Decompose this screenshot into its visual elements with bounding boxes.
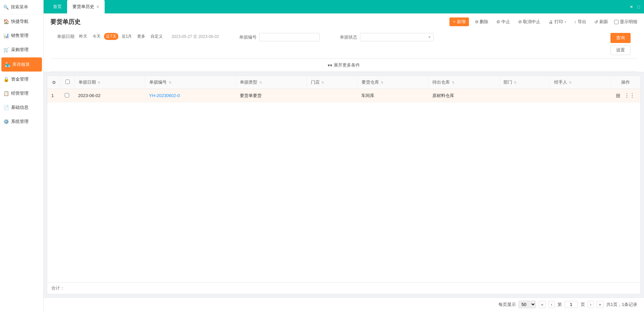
export-button[interactable]: ↑ 导出 bbox=[572, 17, 589, 26]
print-button[interactable]: 🖨 🖨 打印 打印 ▾ bbox=[547, 17, 568, 26]
expand-icon: ▾▾ bbox=[328, 63, 332, 68]
shortcut-1month[interactable]: 近1月 bbox=[120, 33, 134, 40]
col-req-warehouse[interactable]: 要货仓库 ⇅ bbox=[357, 76, 428, 89]
sidebar-item-operations[interactable]: 📋 经营管理 bbox=[0, 86, 43, 100]
window-close-btn[interactable]: ✕ bbox=[630, 4, 633, 9]
shortcut-more[interactable]: 更多 bbox=[135, 33, 147, 40]
export-icon: ↑ bbox=[574, 19, 577, 25]
col-ops: 操作 bbox=[610, 76, 640, 89]
view-btn[interactable]: ⊞ bbox=[614, 92, 622, 99]
col-doc-no[interactable]: 单据编号 ⇅ bbox=[145, 76, 236, 89]
sidebar-item-home[interactable]: 🏠 快捷导航 bbox=[0, 14, 43, 29]
date-filter-group: 单据日期 昨天 今天 近7天 近1月 更多 自定义 2023-05-27 至 2… bbox=[57, 33, 219, 40]
select-all-checkbox[interactable] bbox=[65, 80, 70, 84]
sidebar-item-basic[interactable]: 📄 基础信息 bbox=[0, 100, 43, 115]
col-store[interactable]: 门店 ⇅ bbox=[307, 76, 357, 89]
page-title: 要货单历史 bbox=[50, 18, 80, 26]
doc-no-input[interactable] bbox=[259, 33, 320, 41]
doc-status-select[interactable] bbox=[360, 33, 434, 41]
col-doc-date[interactable]: 单据日期 ⇅ bbox=[74, 76, 145, 89]
query-button[interactable]: 查询 bbox=[610, 33, 631, 43]
per-page-label: 每页显示 bbox=[498, 302, 516, 308]
search-menu[interactable]: 🔍 搜索菜单 bbox=[0, 0, 43, 14]
topbar-right: ✕ □ bbox=[630, 4, 640, 9]
doc-no-filter-group: 单据编号 bbox=[239, 33, 320, 41]
window-maximize-btn[interactable]: □ bbox=[637, 4, 640, 9]
table-section: ⚙ 单据日期 ⇅ 单据编号 ⇅ bbox=[47, 76, 641, 294]
page-suffix: 页 bbox=[581, 302, 585, 308]
home-icon: 🏠 bbox=[3, 19, 9, 24]
export-label: 导出 bbox=[578, 19, 586, 25]
sort-handler-icon: ⇅ bbox=[569, 81, 572, 84]
page-title-bar: 要货单历史 + 新增 ⊘ 删除 ⊘ 中止 ⊘ 取消中止 🖨 🖨 打印 打印 ▾ … bbox=[50, 17, 637, 26]
sort-req-warehouse-icon: ⇅ bbox=[381, 81, 383, 84]
basic-icon: 📄 bbox=[3, 105, 9, 110]
sort-doc-type-icon: ⇅ bbox=[259, 81, 262, 84]
row-doc-no: YH-20230602-0 bbox=[145, 89, 236, 102]
table-wrapper: ⚙ 单据日期 ⇅ 单据编号 ⇅ bbox=[47, 76, 640, 282]
shortcut-7days[interactable]: 近7天 bbox=[104, 33, 118, 40]
pagination-bar: 每页显示 50 10 20 100 « ‹ 第 页 › » 共1页，1条记录 bbox=[44, 298, 644, 311]
sidebar-item-finance[interactable]: 🔒 资金管理 bbox=[0, 72, 43, 86]
sidebar-label-inventory: 库存核算 bbox=[12, 61, 30, 68]
col-checkbox bbox=[61, 76, 74, 89]
delete-button[interactable]: ⊘ 删除 bbox=[473, 17, 491, 26]
sidebar-item-inventory[interactable]: 🏪 库存核算 bbox=[1, 57, 42, 72]
first-page-btn[interactable]: « bbox=[539, 301, 546, 308]
shortcut-custom[interactable]: 自定义 bbox=[149, 33, 165, 40]
col-doc-type[interactable]: 单据类型 ⇅ bbox=[236, 76, 307, 89]
cancel-stop-button[interactable]: ⊘ 取消中止 bbox=[516, 17, 543, 26]
shortcut-today[interactable]: 今天 bbox=[91, 33, 103, 40]
row-handler bbox=[550, 89, 610, 102]
sidebar-label-basic: 基础信息 bbox=[11, 104, 29, 110]
finance-icon: 🔒 bbox=[3, 77, 9, 82]
show-detail-checkbox[interactable] bbox=[614, 20, 619, 24]
next-page-btn[interactable]: › bbox=[588, 301, 594, 308]
sort-doc-no-icon: ⇅ bbox=[169, 81, 171, 84]
sidebar-item-purchase[interactable]: 🛒 采购管理 bbox=[0, 43, 43, 57]
sidebar-label-operations: 经营管理 bbox=[11, 90, 29, 96]
summary-label: 合计： bbox=[51, 285, 64, 291]
row-doc-type: 要货单要货 bbox=[236, 89, 307, 102]
sidebar-label-sales: 销售管理 bbox=[11, 33, 29, 39]
filter-row: 单据日期 昨天 今天 近7天 近1月 更多 自定义 2023-05-27 至 2… bbox=[50, 30, 637, 59]
row-pending-warehouse: 原材料仓库 bbox=[428, 89, 499, 102]
refresh-button[interactable]: ↺ 刷新 bbox=[592, 17, 610, 26]
prev-page-btn[interactable]: ‹ bbox=[548, 301, 554, 308]
expand-more-button[interactable]: ▾▾ 展开更多条件 bbox=[325, 61, 363, 70]
row-checkbox[interactable] bbox=[61, 89, 74, 102]
doc-no-label: 单据编号 bbox=[239, 34, 257, 40]
col-handler[interactable]: 经手人 ⇅ bbox=[550, 76, 610, 89]
date-range-display: 2023-05-27 至 2023-06-02 bbox=[171, 34, 219, 40]
doc-status-dropdown-icon[interactable]: ▾ bbox=[428, 35, 431, 40]
setting-button[interactable]: 设置 bbox=[610, 45, 631, 55]
row-num: 1 bbox=[47, 89, 61, 102]
shortcut-yesterday[interactable]: 昨天 bbox=[77, 33, 89, 40]
page-label: 第 bbox=[557, 302, 562, 308]
col-dept[interactable]: 部门 ⇅ bbox=[499, 76, 550, 89]
inventory-icon: 🏪 bbox=[5, 62, 10, 67]
tab-history-close[interactable]: ✕ bbox=[96, 5, 99, 9]
expand-label: 展开更多条件 bbox=[334, 62, 360, 68]
sidebar-item-sales[interactable]: 📊 销售管理 bbox=[0, 29, 43, 43]
show-detail-container[interactable]: 显示明细 bbox=[614, 19, 637, 25]
doc-no-link[interactable]: YH-20230602-0 bbox=[149, 93, 180, 98]
sidebar-item-system[interactable]: ⚙️ 系统管理 bbox=[0, 115, 43, 129]
per-page-select[interactable]: 50 10 20 100 bbox=[519, 301, 536, 308]
stop-button[interactable]: ⊘ 中止 bbox=[494, 17, 512, 26]
sort-pending-warehouse-icon: ⇅ bbox=[452, 81, 454, 84]
row-dept bbox=[499, 89, 550, 102]
col-pending-warehouse[interactable]: 待出仓库 ⇅ bbox=[428, 76, 499, 89]
date-shortcuts: 昨天 今天 近7天 近1月 更多 自定义 bbox=[77, 33, 165, 40]
sort-doc-date-icon: ⇅ bbox=[98, 81, 100, 84]
main-area: 首页 要货单历史 ✕ ✕ □ 要货单历史 + 新增 ⊘ 删除 ⊘ 中止 ⊘ 取消… bbox=[44, 0, 644, 311]
more-btn[interactable]: ⋮⋮ bbox=[623, 92, 636, 99]
tab-history[interactable]: 要货单历史 ✕ bbox=[67, 0, 105, 13]
tab-home[interactable]: 首页 bbox=[48, 0, 67, 13]
new-button[interactable]: + 新增 bbox=[449, 17, 469, 26]
last-page-btn[interactable]: » bbox=[596, 301, 603, 308]
sales-icon: 📊 bbox=[3, 33, 9, 38]
page-input[interactable] bbox=[565, 301, 578, 308]
col-settings[interactable]: ⚙ bbox=[47, 76, 61, 89]
tab-home-label: 首页 bbox=[53, 4, 62, 10]
